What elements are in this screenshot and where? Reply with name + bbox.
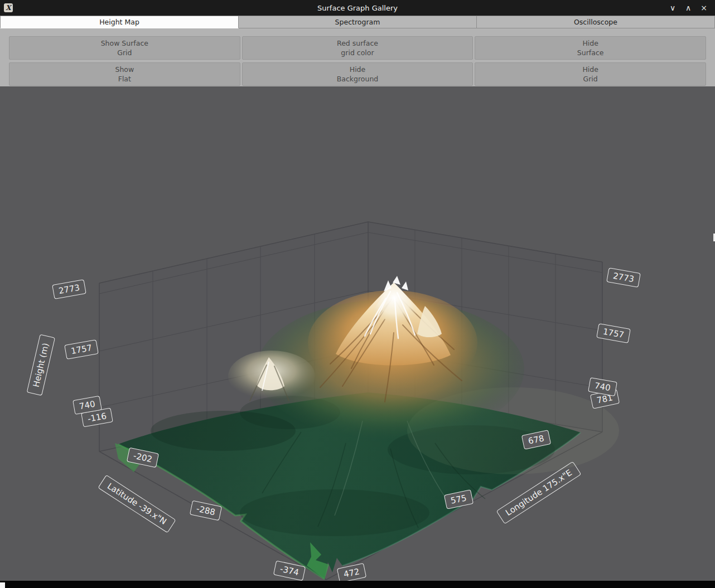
button-line: Hide — [350, 65, 366, 74]
surface-grid-color-button[interactable]: Red surface grid color — [242, 36, 474, 60]
hide-grid-button[interactable]: Hide Grid — [475, 62, 706, 86]
button-line: Grid — [583, 74, 598, 84]
tab-spectrogram[interactable]: Spectrogram — [239, 16, 477, 28]
button-line: Show Surface — [101, 38, 148, 48]
button-line: Flat — [118, 74, 131, 84]
button-line: Show — [115, 65, 134, 74]
app-icon: X — [4, 3, 13, 12]
surface-3d-view[interactable]: Height (m) Latitude -39.x"N Longitude 17… — [0, 86, 715, 581]
controls-panel: Show Surface Grid Red surface grid color… — [0, 28, 715, 86]
window-title: Surface Graph Gallery — [0, 4, 715, 12]
window-controls: ∨ ∧ × — [668, 3, 715, 12]
button-line: Background — [337, 74, 379, 84]
tab-height-map[interactable]: Height Map — [0, 16, 239, 28]
app-window: X Surface Graph Gallery ∨ ∧ × Height Map… — [0, 0, 715, 588]
bottom-strip — [0, 581, 715, 588]
show-flat-button[interactable]: Show Flat — [9, 62, 240, 86]
shade-icon[interactable]: ∨ — [668, 3, 677, 12]
button-line: Red surface — [337, 38, 378, 48]
show-surface-grid-button[interactable]: Show Surface Grid — [9, 36, 240, 60]
corner-artifact — [0, 582, 5, 588]
tab-oscilloscope[interactable]: Oscilloscope — [477, 16, 715, 28]
hide-background-button[interactable]: Hide Background — [242, 62, 474, 86]
button-line: Hide — [582, 65, 598, 74]
hide-surface-button[interactable]: Hide Surface — [475, 36, 706, 60]
button-line: Surface — [577, 48, 604, 57]
button-line: Grid — [117, 48, 132, 57]
button-line: grid color — [341, 48, 374, 57]
maximize-icon[interactable]: ∧ — [684, 3, 693, 12]
secondary-peak — [228, 351, 315, 402]
close-icon[interactable]: × — [699, 3, 708, 12]
titlebar: X Surface Graph Gallery ∨ ∧ × — [0, 0, 715, 16]
tabbar: Height Map Spectrogram Oscilloscope — [0, 16, 715, 28]
button-line: Hide — [582, 38, 598, 48]
